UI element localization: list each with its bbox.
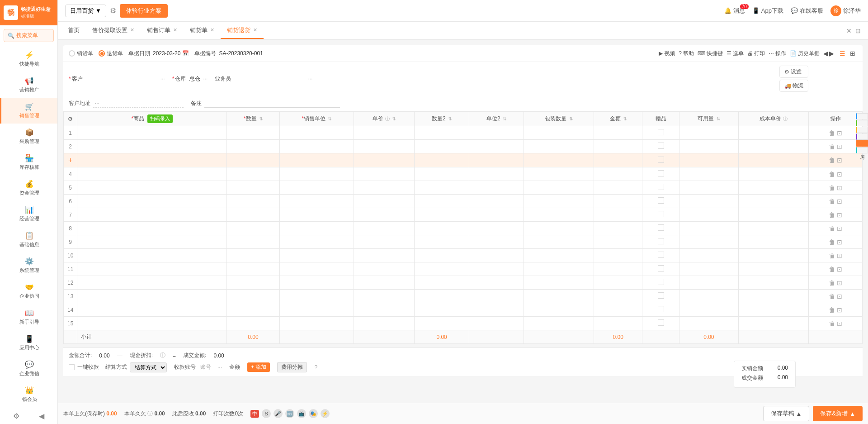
gift-checkbox-3[interactable] bbox=[658, 157, 664, 163]
select-order-btn[interactable]: ☰ 选单 bbox=[726, 50, 744, 57]
unit2-cell-6[interactable] bbox=[469, 195, 524, 208]
unit2-cell-8[interactable] bbox=[469, 222, 524, 235]
qty-cell-12[interactable] bbox=[226, 276, 279, 290]
pack-cell-13[interactable] bbox=[524, 290, 594, 303]
delete-row-btn-8[interactable]: 🗑 bbox=[829, 225, 835, 232]
sys-icon-6[interactable]: ⚡ bbox=[321, 409, 330, 418]
close-sales-order-tab[interactable]: ✕ bbox=[173, 27, 177, 33]
unit2-cell-9[interactable] bbox=[469, 235, 524, 249]
delete-row-btn-14[interactable]: 🗑 bbox=[829, 306, 835, 314]
unit-cell-6[interactable] bbox=[279, 195, 354, 208]
cost-cell-8[interactable] bbox=[739, 222, 809, 235]
list-view-btn[interactable]: ☰ bbox=[838, 49, 847, 58]
product-cell-10[interactable] bbox=[77, 249, 227, 262]
one-key-checkbox[interactable] bbox=[69, 364, 75, 370]
sys-icon-1[interactable]: S bbox=[262, 409, 271, 418]
sidebar-item-finance[interactable]: 💰 资金管理 bbox=[0, 175, 57, 201]
qty-cell-9[interactable] bbox=[226, 235, 279, 249]
delete-row-btn-9[interactable]: 🗑 bbox=[829, 238, 835, 246]
rfloat-btn-3[interactable]: 存 bbox=[856, 127, 868, 133]
save-new-btn[interactable]: 保存&新增 ▲ bbox=[813, 406, 863, 421]
gift-checkbox-8[interactable] bbox=[658, 224, 664, 231]
avail-cell-6[interactable] bbox=[679, 195, 738, 208]
customer-select-icon[interactable]: ··· bbox=[160, 76, 165, 82]
copy-row-btn-10[interactable]: ⊡ bbox=[837, 252, 842, 259]
unit-cell-2[interactable] bbox=[279, 140, 354, 153]
price-cell-13[interactable] bbox=[354, 290, 415, 303]
copy-row-btn-15[interactable]: ⊡ bbox=[837, 320, 842, 327]
gift-checkbox-13[interactable] bbox=[658, 292, 664, 299]
online-service-btn[interactable]: 💬 在线客服 bbox=[791, 7, 823, 15]
product-cell-12[interactable] bbox=[77, 276, 227, 290]
copy-row-btn-11[interactable]: ⊡ bbox=[837, 266, 842, 273]
account-select-icon[interactable]: ··· bbox=[217, 364, 222, 371]
avail-cell-1[interactable] bbox=[679, 126, 738, 140]
gift-checkbox-1[interactable] bbox=[658, 129, 664, 135]
unit-cell-15[interactable] bbox=[279, 317, 354, 330]
cost-cell-15[interactable] bbox=[739, 317, 809, 330]
remark-input[interactable] bbox=[204, 99, 340, 108]
delete-row-btn-15[interactable]: 🗑 bbox=[829, 320, 835, 327]
unit2-cell-5[interactable] bbox=[469, 181, 524, 195]
radio-sales-delivery[interactable]: 销货单 bbox=[69, 50, 93, 57]
product-cell-11[interactable] bbox=[77, 262, 227, 276]
cost-cell-10[interactable] bbox=[739, 249, 809, 262]
price-cell-12[interactable] bbox=[354, 276, 415, 290]
gift-checkbox-11[interactable] bbox=[658, 265, 664, 272]
product-cell-6[interactable] bbox=[77, 195, 227, 208]
product-cell-13[interactable] bbox=[77, 290, 227, 303]
amount-cell-11[interactable] bbox=[594, 262, 642, 276]
avail-cell-10[interactable] bbox=[679, 249, 738, 262]
pack-sort-icon[interactable]: ⇅ bbox=[569, 116, 573, 121]
price-cell-11[interactable] bbox=[354, 262, 415, 276]
gift-checkbox-15[interactable] bbox=[658, 319, 664, 326]
qty2-cell-9[interactable] bbox=[415, 235, 469, 249]
cost-cell-7[interactable] bbox=[739, 208, 809, 222]
delete-row-btn-10[interactable]: 🗑 bbox=[829, 252, 835, 259]
qty-cell-1[interactable] bbox=[226, 126, 279, 140]
amount-cell-3[interactable] bbox=[594, 153, 642, 167]
qty2-cell-6[interactable] bbox=[415, 195, 469, 208]
unit-cell-8[interactable] bbox=[279, 222, 354, 235]
pack-cell-6[interactable] bbox=[524, 195, 594, 208]
close-price-setting-tab[interactable]: ✕ bbox=[130, 27, 134, 33]
avail-cell-4[interactable] bbox=[679, 167, 738, 181]
delete-row-btn-6[interactable]: 🗑 bbox=[829, 198, 835, 205]
price-cell-8[interactable] bbox=[354, 222, 415, 235]
pack-cell-5[interactable] bbox=[524, 181, 594, 195]
product-cell-7[interactable] bbox=[77, 208, 227, 222]
sidebar-item-basic[interactable]: 📋 基础信息 bbox=[0, 227, 57, 252]
sidebar-item-operation[interactable]: 📊 经营管理 bbox=[0, 201, 57, 227]
qty-cell-7[interactable] bbox=[226, 208, 279, 222]
gift-cell-4[interactable] bbox=[642, 167, 679, 181]
close-sales-delivery-tab[interactable]: ✕ bbox=[210, 27, 214, 33]
avail-cell-14[interactable] bbox=[679, 303, 738, 317]
delete-row-btn-5[interactable]: 🗑 bbox=[829, 184, 835, 191]
qty-cell-11[interactable] bbox=[226, 262, 279, 276]
pack-cell-14[interactable] bbox=[524, 303, 594, 317]
gift-checkbox-10[interactable] bbox=[658, 252, 664, 258]
next-history-btn[interactable]: ▶ bbox=[829, 50, 834, 57]
shortcut-btn[interactable]: ⌨ 快捷键 bbox=[698, 50, 723, 57]
price-sort-icon[interactable]: ⇅ bbox=[392, 116, 396, 121]
amount-cell-7[interactable] bbox=[594, 208, 642, 222]
cost-cell-13[interactable] bbox=[739, 290, 809, 303]
sidebar-item-inventory[interactable]: 🏪 库存核算 bbox=[0, 149, 57, 175]
video-btn[interactable]: ▶ 视频 bbox=[659, 50, 675, 57]
copy-row-btn-2[interactable]: ⊡ bbox=[837, 143, 842, 150]
qty-cell-2[interactable] bbox=[226, 140, 279, 153]
qty2-cell-2[interactable] bbox=[415, 140, 469, 153]
qty2-cell-12[interactable] bbox=[415, 276, 469, 290]
avail-cell-3[interactable] bbox=[679, 153, 738, 167]
copy-row-btn-7[interactable]: ⊡ bbox=[837, 211, 842, 219]
copy-row-btn-8[interactable]: ⊡ bbox=[837, 225, 842, 232]
tab-home[interactable]: 首页 bbox=[61, 23, 86, 39]
sidebar-item-weixin[interactable]: 💬 企业微信 bbox=[0, 356, 57, 381]
gift-cell-10[interactable] bbox=[642, 249, 679, 262]
cost-cell-14[interactable] bbox=[739, 303, 809, 317]
unit-cell-12[interactable] bbox=[279, 276, 354, 290]
date-input[interactable]: 2023-03-20 📅 bbox=[153, 50, 189, 57]
avail-cell-2[interactable] bbox=[679, 140, 738, 153]
copy-row-btn-1[interactable]: ⊡ bbox=[837, 129, 842, 137]
pack-cell-3[interactable] bbox=[524, 153, 594, 167]
